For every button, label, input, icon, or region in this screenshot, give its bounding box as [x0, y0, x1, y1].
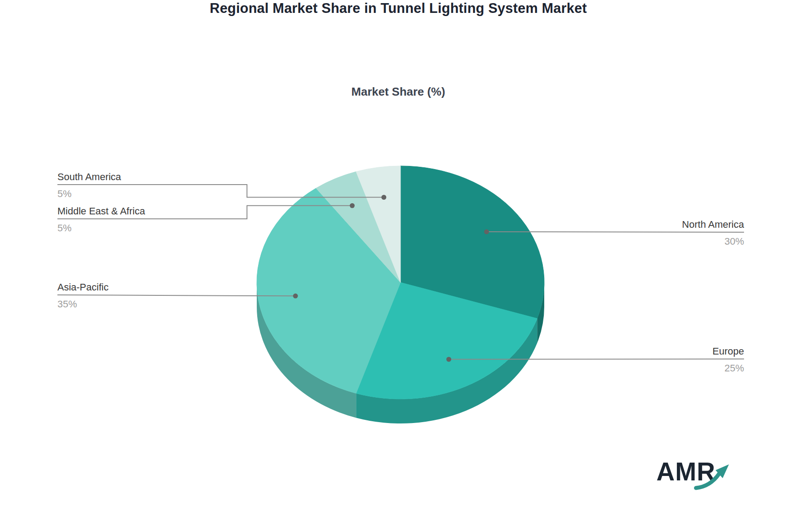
slice-value: 35%: [57, 298, 109, 310]
slice-value: 5%: [57, 222, 145, 234]
connector-dot-middle-east-africa: [350, 203, 355, 208]
connector-dot-south-america: [381, 195, 386, 200]
logo-arrow-icon: [693, 463, 731, 492]
amr-logo: AMR: [656, 459, 716, 484]
label-asia-pacific: Asia-Pacific 35%: [57, 282, 109, 310]
label-south-america: South America 5%: [57, 171, 121, 200]
slice-name: North America: [682, 219, 744, 230]
slice-name: South America: [57, 171, 121, 183]
slice-value: 30%: [682, 236, 744, 247]
label-connector-europe: [449, 359, 744, 359]
pie-chart: [0, 0, 801, 532]
label-north-america: North America 30%: [682, 219, 744, 247]
slice-value: 5%: [57, 188, 121, 200]
connector-dot-europe: [446, 357, 451, 362]
slice-name: Asia-Pacific: [57, 282, 109, 293]
slice-name: Europe: [712, 346, 744, 357]
label-europe: Europe 25%: [712, 346, 744, 374]
chart-canvas: Regional Market Share in Tunnel Lighting…: [0, 0, 801, 532]
connector-dot-asia-pacific: [293, 294, 298, 298]
connector-dot-north-america: [484, 230, 489, 234]
slice-name: Middle East & Africa: [57, 206, 145, 217]
label-middle-east-africa: Middle East & Africa 5%: [57, 206, 145, 234]
slice-value: 25%: [712, 363, 744, 374]
